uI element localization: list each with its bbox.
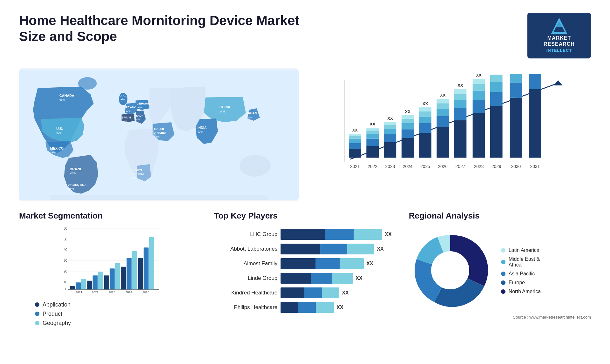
- player-name: LHC Group: [214, 231, 277, 238]
- player-bar-wrap: XX: [281, 258, 396, 269]
- svg-rect-135: [98, 272, 103, 289]
- svg-text:2025: 2025: [143, 290, 149, 294]
- svg-text:2022: 2022: [368, 164, 377, 169]
- svg-rect-81: [437, 109, 449, 116]
- svg-rect-59: [384, 134, 396, 142]
- donut-svg: [409, 229, 491, 312]
- svg-text:2031: 2031: [530, 164, 540, 169]
- player-bar-wrap: XX: [281, 302, 396, 313]
- legend-latin-america: Latin America: [501, 247, 541, 253]
- svg-rect-45: [349, 143, 361, 149]
- regional-title: Regional Analysis: [409, 211, 591, 221]
- player-row: LHC Group XX: [214, 229, 396, 240]
- svg-text:10: 10: [64, 280, 67, 284]
- legend-product: Product: [35, 311, 201, 317]
- svg-text:xx%: xx%: [59, 98, 65, 102]
- svg-text:20: 20: [64, 269, 67, 273]
- map-section: CANADA xx% U.S. xx% MEXICO xx% BRAZIL xx…: [19, 68, 299, 201]
- svg-rect-133: [87, 280, 92, 289]
- svg-text:2025: 2025: [420, 164, 430, 169]
- segmentation-section: Market Segmentation 60 50 40 30 20 10 0: [19, 211, 201, 327]
- player-name: Philips Healthcare: [214, 304, 277, 311]
- svg-marker-43: [554, 80, 563, 85]
- svg-text:XX: XX: [352, 127, 358, 132]
- svg-text:2026: 2026: [438, 164, 448, 169]
- svg-rect-82: [437, 103, 449, 109]
- logo: MARKET RESEARCH INTELLECT: [527, 13, 591, 58]
- legend-application: Application: [35, 301, 201, 308]
- svg-rect-68: [402, 119, 414, 123]
- player-bar: [281, 258, 364, 269]
- map-svg: CANADA xx% U.S. xx% MEXICO xx% BRAZIL xx…: [19, 68, 299, 201]
- legend-geography: Geography: [35, 320, 201, 327]
- svg-text:xx%: xx%: [125, 109, 131, 112]
- svg-rect-107: [510, 82, 522, 98]
- svg-text:2021: 2021: [350, 164, 360, 169]
- svg-rect-130: [76, 282, 81, 289]
- svg-rect-44: [349, 149, 361, 158]
- svg-rect-100: [490, 106, 503, 158]
- svg-rect-93: [473, 113, 485, 158]
- svg-text:MEXICO: MEXICO: [50, 146, 64, 150]
- player-bar: [281, 302, 334, 313]
- svg-text:xx%: xx%: [135, 118, 140, 121]
- donut-area: Latin America Middle East &Africa Asia P…: [409, 229, 591, 313]
- legend-middle-east-africa: Middle East &Africa: [501, 256, 541, 268]
- svg-text:xx%: xx%: [122, 119, 127, 123]
- svg-point-150: [431, 251, 469, 289]
- svg-text:ARGENTINA: ARGENTINA: [68, 183, 86, 186]
- segmentation-legend: Application Product Geography: [19, 301, 201, 327]
- player-bar: [281, 229, 382, 240]
- svg-text:CANADA: CANADA: [59, 93, 74, 97]
- segmentation-chart: 60 50 40 30 20 10 0: [19, 226, 201, 296]
- legend-north-america: North America: [501, 289, 541, 294]
- svg-text:xx%: xx%: [50, 150, 56, 154]
- svg-rect-73: [419, 123, 431, 132]
- svg-rect-52: [366, 138, 379, 146]
- svg-text:0: 0: [65, 287, 67, 291]
- page-title: Home Healthcare Mornitoring Device Marke…: [19, 13, 305, 45]
- svg-text:2023: 2023: [385, 164, 395, 169]
- svg-text:50: 50: [64, 237, 67, 241]
- svg-rect-72: [419, 133, 431, 158]
- svg-text:2030: 2030: [511, 164, 521, 169]
- svg-rect-46: [349, 138, 361, 143]
- logo-text: MARKET RESEARCH INTELLECT: [544, 35, 575, 53]
- svg-rect-76: [419, 107, 431, 111]
- svg-rect-66: [402, 129, 414, 138]
- player-name: Almost Family: [214, 260, 277, 267]
- svg-text:XX: XX: [387, 116, 393, 120]
- svg-text:2027: 2027: [456, 164, 465, 169]
- svg-text:CHINA: CHINA: [220, 105, 230, 109]
- svg-text:2024: 2024: [125, 290, 132, 294]
- players-section: Top Key Players LHC Group XX: [214, 211, 396, 327]
- svg-rect-69: [402, 115, 414, 119]
- svg-rect-55: [366, 128, 379, 130]
- player-bar: [281, 244, 374, 254]
- svg-text:xx%: xx%: [56, 131, 62, 135]
- svg-rect-86: [454, 120, 467, 158]
- svg-text:xx%: xx%: [220, 109, 226, 113]
- bar-chart-svg: XX 2021 XX 2022 XX: [318, 74, 588, 185]
- svg-rect-88: [454, 100, 467, 108]
- svg-rect-131: [81, 279, 86, 289]
- svg-rect-83: [437, 99, 449, 103]
- svg-rect-134: [93, 275, 98, 289]
- svg-rect-103: [490, 74, 503, 82]
- svg-text:2029: 2029: [491, 164, 501, 169]
- page: Home Healthcare Mornitoring Device Marke…: [0, 0, 610, 364]
- player-row: Philips Healthcare XX: [214, 302, 396, 313]
- svg-rect-139: [115, 263, 120, 289]
- svg-line-42: [350, 83, 558, 159]
- svg-rect-65: [402, 138, 414, 158]
- svg-text:BRAZIL: BRAZIL: [70, 167, 82, 171]
- svg-rect-108: [510, 74, 522, 83]
- svg-rect-111: [529, 89, 541, 158]
- svg-text:XX: XX: [458, 83, 463, 87]
- legend-dot-application: [35, 302, 39, 307]
- svg-text:XX: XX: [476, 74, 482, 78]
- header: Home Healthcare Mornitoring Device Marke…: [19, 13, 591, 58]
- svg-text:ARABIA: ARABIA: [154, 131, 166, 134]
- player-name: Kindred Healthcare: [214, 290, 277, 296]
- player-row: Abbott Laboratories XX: [214, 244, 396, 254]
